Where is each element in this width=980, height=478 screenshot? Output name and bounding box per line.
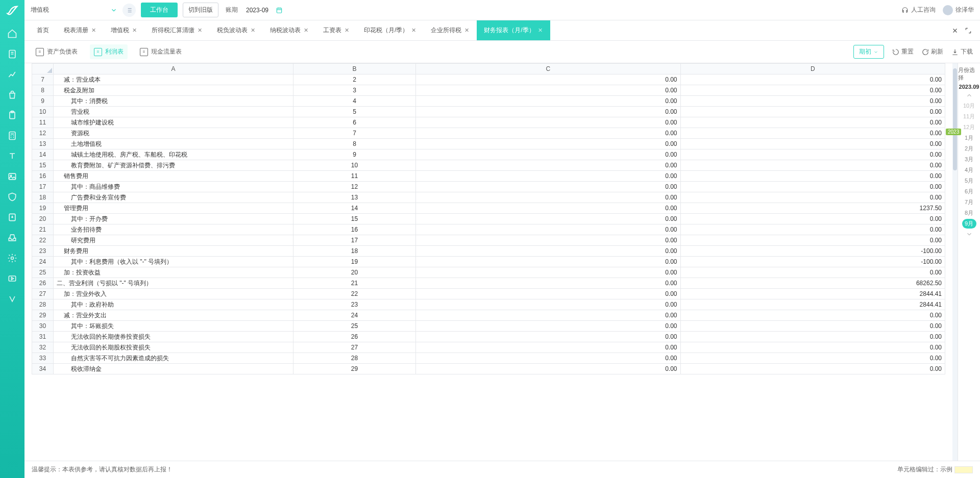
month-item[interactable]: 8月 [958,208,980,218]
cell-c[interactable]: 0.00 [416,160,681,171]
month-item[interactable]: 10月 [958,101,980,111]
cell-b[interactable]: 16 [293,224,416,235]
cell-d[interactable]: 0.00 [680,107,945,117]
tab-5[interactable]: 纳税波动表✕ [263,20,316,40]
refresh-button[interactable]: 刷新 [922,47,943,56]
cell-d[interactable]: 0.00 [680,171,945,182]
cell-d[interactable]: 0.00 [680,235,945,246]
cell-d[interactable]: 0.00 [680,182,945,192]
cell-b[interactable]: 28 [293,353,416,364]
cell-a[interactable]: 其中：利息费用（收入以 "-" 号填列） [54,257,293,267]
cell-c[interactable]: 0.00 [416,203,681,214]
cell-a[interactable]: 其中：消费税 [54,96,293,107]
cell-a[interactable]: 广告费和业务宣传费 [54,192,293,203]
cell-b[interactable]: 8 [293,139,416,149]
cell-c[interactable]: 0.00 [416,267,681,278]
cell-b[interactable]: 23 [293,299,416,310]
cell-b[interactable]: 18 [293,246,416,257]
cell-d[interactable]: 2844.41 [680,299,945,310]
cell-c[interactable]: 0.00 [416,364,681,374]
v-icon[interactable] [7,294,17,304]
month-item[interactable]: 5月 [958,176,980,186]
cell-b[interactable]: 4 [293,96,416,107]
cell-c[interactable]: 0.00 [416,332,681,342]
row-number[interactable]: 20 [32,214,54,224]
cell-a[interactable]: 城市维护建设税 [54,117,293,128]
row-number[interactable]: 32 [32,342,54,353]
cell-d[interactable]: 0.00 [680,149,945,160]
cell-c[interactable]: 0.00 [416,353,681,364]
calendar-icon[interactable] [276,7,283,14]
row-number[interactable]: 22 [32,235,54,246]
cell-b[interactable]: 3 [293,85,416,96]
tab-6[interactable]: 工资表✕ [316,20,357,40]
gear-icon[interactable] [7,253,17,263]
month-down-icon[interactable] [966,231,973,238]
month-item[interactable]: 3月 [958,155,980,164]
export-icon[interactable] [7,212,17,222]
month-item[interactable]: 11月 [958,112,980,121]
cell-d[interactable]: -100.00 [680,257,945,267]
row-number[interactable]: 16 [32,171,54,182]
tab-7[interactable]: 印花税（月/季）✕ [357,20,424,40]
cell-a[interactable]: 其中：坏账损失 [54,321,293,332]
cell-c[interactable]: 0.00 [416,149,681,160]
cell-d[interactable]: 0.00 [680,192,945,203]
cell-d[interactable]: 0.00 [680,139,945,149]
row-number[interactable]: 13 [32,139,54,149]
cell-a[interactable]: 无法收回的长期股权投资损失 [54,342,293,353]
cell-b[interactable]: 24 [293,310,416,321]
cell-d[interactable]: 0.00 [680,321,945,332]
tab-4[interactable]: 税负波动表✕ [210,20,263,40]
cell-a[interactable]: 加：营业外收入 [54,289,293,299]
doc-icon[interactable] [7,49,17,59]
cell-d[interactable]: 0.00 [680,364,945,374]
cell-c[interactable]: 0.00 [416,310,681,321]
tab-close-icon[interactable]: ✕ [464,27,469,34]
cell-a[interactable]: 其中：商品维修费 [54,182,293,192]
cell-c[interactable]: 0.00 [416,117,681,128]
cell-c[interactable]: 0.00 [416,192,681,203]
cell-d[interactable]: 0.00 [680,214,945,224]
clipboard-icon[interactable] [7,110,17,120]
cell-c[interactable]: 0.00 [416,74,681,85]
cell-b[interactable]: 11 [293,171,416,182]
sheet-corner[interactable] [32,64,54,74]
cell-d[interactable]: 68262.50 [680,278,945,289]
cell-c[interactable]: 0.00 [416,214,681,224]
tab-close-icon[interactable]: ✕ [411,27,416,34]
period-init-button[interactable]: 期初 [853,45,884,59]
shield-icon[interactable] [7,192,17,202]
cell-c[interactable]: 0.00 [416,85,681,96]
home-icon[interactable] [7,29,17,39]
row-number[interactable]: 15 [32,160,54,171]
cell-c[interactable]: 0.00 [416,246,681,257]
cell-a[interactable]: 减：营业成本 [54,74,293,85]
cell-a[interactable]: 营业税 [54,107,293,117]
cell-c[interactable]: 0.00 [416,107,681,117]
row-number[interactable]: 25 [32,267,54,278]
image-icon[interactable] [7,171,17,182]
cell-c[interactable]: 0.00 [416,128,681,139]
cell-c[interactable]: 0.00 [416,171,681,182]
tab-1[interactable]: 税表清册✕ [57,20,104,40]
cell-d[interactable]: -100.00 [680,246,945,257]
expand-button[interactable] [965,27,972,34]
consult-button[interactable]: 人工咨询 [901,6,936,14]
cell-d[interactable]: 2844.41 [680,289,945,299]
org-selector[interactable]: 增值税 [31,6,117,14]
row-number[interactable]: 19 [32,203,54,214]
cell-b[interactable]: 17 [293,235,416,246]
subtab-1[interactable]: ≡利润表 [90,44,128,59]
month-item[interactable]: 9月 [962,219,976,229]
cell-a[interactable]: 销售费用 [54,171,293,182]
cell-b[interactable]: 7 [293,128,416,139]
cell-c[interactable]: 0.00 [416,235,681,246]
month-item[interactable]: 7月 [958,197,980,207]
cell-a[interactable]: 资源税 [54,128,293,139]
bag-icon[interactable] [7,90,17,100]
cell-c[interactable]: 0.00 [416,342,681,353]
cell-c[interactable]: 0.00 [416,257,681,267]
month-item[interactable]: 2月 [958,144,980,154]
cell-d[interactable]: 0.00 [680,353,945,364]
